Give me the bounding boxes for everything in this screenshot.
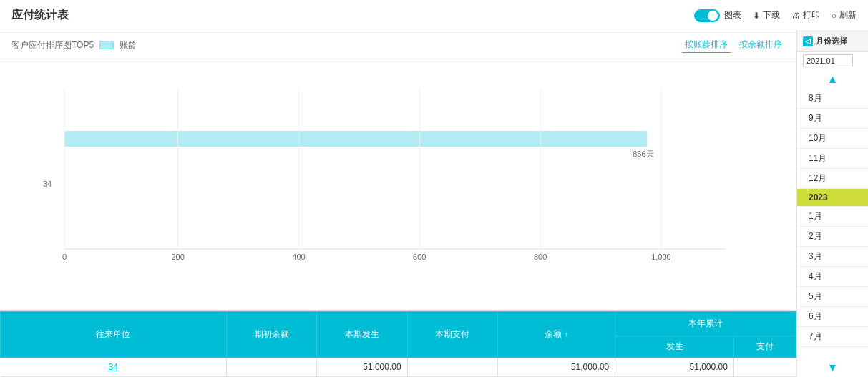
sidebar-month-nov[interactable]: 11月 — [797, 149, 868, 169]
table-section: 往来单位 期初余额 本期发生 本期支付 余额 ↑ 本年累计 发生 — [0, 310, 796, 377]
header-actions: 图表 ⬇ 下载 🖨 打印 ○ 刷新 — [694, 9, 857, 22]
bar-y-label: 34 — [43, 180, 52, 188]
col-ytd-group: 本年累计 — [615, 312, 796, 336]
col-unit: 往来单位 — [1, 312, 227, 358]
sidebar-month-mar[interactable]: 3月 — [797, 247, 868, 267]
chart-sort-buttons: 按账龄排序 按余额排序 — [682, 37, 785, 53]
cell-ytd-pay — [733, 358, 796, 377]
print-button[interactable]: 🖨 打印 — [791, 9, 820, 21]
chart-toggle-label: 图表 — [724, 9, 741, 21]
sidebar-month-may[interactable]: 5月 — [797, 287, 868, 307]
sidebar-month-list: 8月 9月 10月 11月 12月 2023 1月 2月 3月 4月 5月 6月… — [797, 89, 868, 358]
bar-chart-svg: 34 856天 0 200 400 600 800 1,000 — [43, 67, 754, 281]
right-sidebar: ◁ 月份选择 ▲ 8月 9月 10月 11月 12月 2023 1月 2月 3月… — [796, 31, 868, 377]
print-icon: 🖨 — [791, 11, 800, 21]
cell-current-occur: 51,000.00 — [317, 358, 407, 377]
sidebar-month-sep[interactable]: 9月 — [797, 109, 868, 129]
col-opening: 期初余额 — [226, 312, 316, 358]
col-current-occur: 本期发生 — [317, 312, 407, 358]
cell-opening — [226, 358, 316, 377]
legend-box-label: 账龄 — [120, 39, 137, 52]
sidebar-year-input[interactable] — [803, 54, 853, 67]
table-row: 34 51,000.00 51,000.00 51,000.00 — [1, 358, 796, 377]
chart-section: 客户应付排序图TOP5 账龄 按账龄排序 按余额排序 34 856天 — [0, 31, 796, 377]
download-label: 下载 — [763, 9, 780, 21]
sidebar-header-label: 月份选择 — [816, 36, 847, 46]
sidebar-month-feb[interactable]: 2月 — [797, 227, 868, 247]
balance-sort-icon[interactable]: ↑ — [565, 331, 568, 338]
sort-by-balance-button[interactable]: 按余额排序 — [736, 37, 785, 53]
col-balance: 余额 ↑ — [498, 312, 615, 358]
sidebar-header: ◁ 月份选择 — [797, 31, 868, 52]
header: 应付统计表 图表 ⬇ 下载 🖨 打印 ○ 刷新 — [0, 0, 868, 31]
data-table: 往来单位 期初余额 本期发生 本期支付 余额 ↑ 本年累计 发生 — [0, 311, 796, 377]
svg-text:1,000: 1,000 — [651, 253, 671, 261]
svg-text:600: 600 — [413, 253, 426, 261]
bar-fill — [64, 131, 647, 147]
sidebar-month-jan[interactable]: 1月 — [797, 207, 868, 227]
refresh-icon: ○ — [832, 11, 837, 21]
sidebar-month-aug[interactable]: 8月 — [797, 89, 868, 109]
legend-box — [99, 41, 114, 49]
sidebar-up-button[interactable]: ▲ — [797, 70, 868, 89]
sidebar-month-oct[interactable]: 10月 — [797, 129, 868, 149]
content-area: 客户应付排序图TOP5 账龄 按账龄排序 按余额排序 34 856天 — [0, 31, 868, 377]
chart-controls: 客户应付排序图TOP5 账龄 按账龄排序 按余额排序 — [0, 31, 796, 59]
sidebar-month-jun[interactable]: 6月 — [797, 307, 868, 327]
cell-current-pay — [407, 358, 497, 377]
col-ytd-pay: 支付 — [733, 336, 796, 358]
sidebar-month-jul[interactable]: 7月 — [797, 327, 868, 347]
sidebar-month-apr[interactable]: 4月 — [797, 267, 868, 287]
download-button[interactable]: ⬇ 下载 — [753, 9, 780, 21]
cell-balance: 51,000.00 — [498, 358, 615, 377]
cell-unit[interactable]: 34 — [1, 358, 227, 377]
refresh-button[interactable]: ○ 刷新 — [832, 9, 857, 21]
svg-text:0: 0 — [62, 253, 67, 261]
svg-text:800: 800 — [534, 253, 547, 261]
cell-ytd-occur: 51,000.00 — [615, 358, 734, 377]
table-header-row: 往来单位 期初余额 本期发生 本期支付 余额 ↑ 本年累计 — [1, 312, 796, 336]
legend-text: 客户应付排序图TOP5 — [11, 39, 94, 52]
bar-end-label: 856天 — [633, 150, 653, 158]
sidebar-year-2023[interactable]: 2023 — [797, 189, 868, 207]
chart-toggle-wrap: 图表 — [694, 9, 741, 22]
svg-text:400: 400 — [292, 253, 305, 261]
refresh-label: 刷新 — [839, 9, 857, 21]
chart-area: 34 856天 0 200 400 600 800 1,000 — [0, 59, 796, 310]
svg-text:200: 200 — [171, 253, 184, 261]
sidebar-down-button[interactable]: ▼ — [797, 358, 868, 377]
main-container: 应付统计表 图表 ⬇ 下载 🖨 打印 ○ 刷新 — [0, 0, 868, 377]
chart-legend: 客户应付排序图TOP5 账龄 — [11, 39, 137, 52]
sidebar-collapse-icon[interactable]: ◁ — [803, 36, 813, 46]
sidebar-month-dec[interactable]: 12月 — [797, 169, 868, 189]
col-current-pay: 本期支付 — [407, 312, 497, 358]
col-ytd-occur: 发生 — [615, 336, 734, 358]
print-label: 打印 — [803, 9, 820, 21]
download-icon: ⬇ — [753, 11, 760, 21]
chart-toggle[interactable] — [694, 9, 720, 22]
sort-by-age-button[interactable]: 按账龄排序 — [682, 37, 731, 53]
page-title: 应付统计表 — [11, 8, 69, 23]
